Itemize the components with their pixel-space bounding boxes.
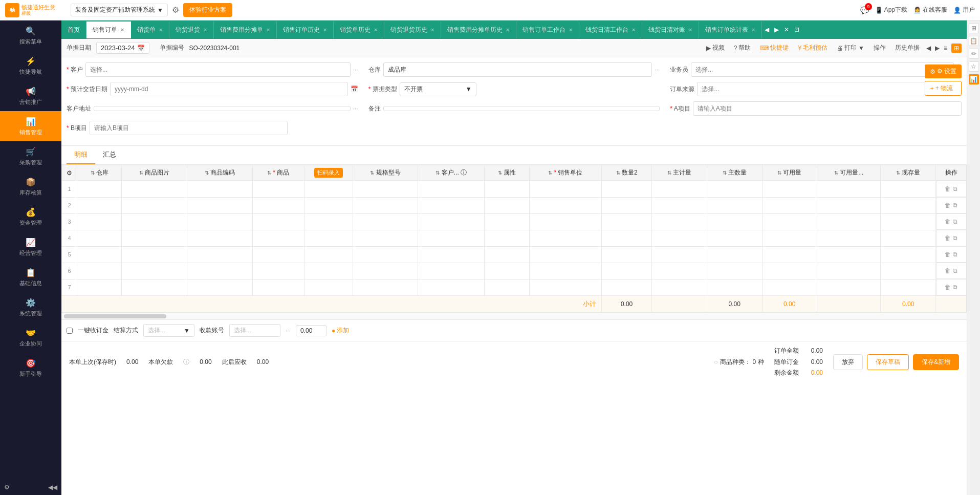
date-field[interactable]: 2023-03-24 📅 [96, 42, 149, 54]
invoice-select[interactable]: 不开票 ▼ [400, 82, 476, 96]
tab-close-icon[interactable]: ✕ [569, 27, 573, 33]
col-product[interactable]: ⇅ * 商品 [252, 165, 304, 181]
scan-button[interactable]: 扫码录入 [314, 168, 343, 178]
remark-input[interactable] [383, 106, 660, 111]
col-qty2[interactable]: ⇅ 数量2 [601, 165, 652, 181]
row-img[interactable] [122, 181, 187, 198]
tab-close-icon[interactable]: ✕ [374, 27, 378, 33]
online-service[interactable]: 👩‍💼 在线客服 [913, 6, 947, 14]
sidebar-item-guide[interactable]: 🎯 新手引导 [0, 353, 61, 383]
sidebar-item-enterprise[interactable]: 🤝 企业协同 [0, 322, 61, 353]
tab-sales-order-history[interactable]: 销售订单历史 ✕ [277, 21, 334, 38]
calendar-icon[interactable]: 📅 [351, 85, 358, 93]
sidebar-item-business[interactable]: 📈 经营管理 [0, 232, 61, 262]
discard-button[interactable]: 放弃 [833, 354, 863, 370]
row-copy-icon[interactable]: ⧉ [953, 234, 957, 242]
app-download[interactable]: 📱 App下载 [875, 6, 907, 14]
col-img[interactable]: ⇅ 商品图片 [122, 165, 187, 181]
add-button[interactable]: ● 添加 [332, 326, 349, 335]
tab-close-icon[interactable]: ✕ [266, 27, 270, 33]
row-spec[interactable] [353, 181, 418, 198]
col-warehouse[interactable]: ⇅ 仓库 [77, 165, 122, 181]
row-copy-icon[interactable]: ⧉ [953, 185, 957, 192]
nav-prev-icon[interactable]: ◀ [926, 45, 931, 52]
col-available2[interactable]: ⇅ 可用量... [817, 165, 881, 181]
sidebar-item-system[interactable]: ⚙️ 系统管理 [0, 292, 61, 322]
row-product[interactable] [252, 181, 304, 198]
action-btn[interactable]: 操作 [871, 42, 888, 53]
save-new-button[interactable]: 保存&新增 [913, 354, 959, 370]
col-customer-code[interactable]: ⇅ 客户... ⓘ [418, 165, 485, 181]
tab-close-icon[interactable]: ✕ [159, 27, 163, 33]
list-view-icon[interactable]: ⊞ [951, 44, 962, 53]
auto-collect-checkbox[interactable] [67, 328, 73, 334]
row-delete-icon[interactable]: 🗑 [945, 267, 951, 274]
delivery-input[interactable] [110, 82, 348, 96]
row-delete-icon[interactable]: 🗑 [945, 185, 951, 192]
sidebar-item-marketing[interactable]: 📢 营销推广 [0, 81, 61, 111]
tab-expense-history[interactable]: 销售费用分摊单历史 ✕ [441, 21, 516, 38]
industry-button[interactable]: 体验行业方案 [183, 3, 232, 17]
col-attr[interactable]: ⇅ 属性 [485, 165, 529, 181]
tab-close-all-icon[interactable]: ✕ [781, 26, 792, 33]
tab-prev-icon[interactable]: ◀ [762, 26, 772, 33]
tab-order-workbench[interactable]: 销售订单工作台 ✕ [516, 21, 579, 38]
account-dots[interactable]: ··· [286, 327, 291, 334]
tab-daily-workbench[interactable]: 钱货日清工作台 ✕ [579, 21, 642, 38]
sidebar-item-finance[interactable]: 💰 资金管理 [0, 202, 61, 232]
row-copy-icon[interactable]: ⧉ [953, 218, 957, 225]
col-current[interactable]: ⇅ 现存量 [881, 165, 936, 181]
project-b-input[interactable] [90, 121, 288, 135]
help-btn[interactable]: ? 帮助 [731, 42, 754, 53]
order-source-input[interactable] [697, 82, 954, 96]
user-menu[interactable]: 👤 用户 [953, 6, 975, 14]
grid-view-icon[interactable]: ≡ [944, 45, 947, 52]
row-delete-icon[interactable]: 🗑 [945, 202, 951, 209]
profit-btn[interactable]: ¥ 毛利预估 [795, 42, 830, 53]
table-scrollbar[interactable] [61, 312, 967, 319]
amount-input[interactable]: 0.00 [296, 325, 326, 336]
panel-btn-4[interactable]: ☆ [969, 61, 979, 72]
col-settings[interactable]: ⚙ [62, 165, 77, 181]
customer-dots[interactable]: ··· [353, 66, 358, 73]
row-delete-icon[interactable]: 🗑 [945, 234, 951, 242]
warehouse-dots[interactable]: ··· [655, 66, 660, 73]
row-customer-code[interactable] [418, 181, 485, 198]
row-warehouse[interactable] [77, 181, 122, 198]
tab-close-icon[interactable]: ✕ [120, 27, 124, 33]
collapse-sidebar-icon[interactable]: ◀◀ [48, 484, 57, 491]
tab-order-stats[interactable]: 销售订单统计表 ✕ [699, 21, 762, 38]
address-dots[interactable]: ··· [353, 105, 358, 112]
logistics-button[interactable]: + + 物流 [925, 81, 962, 96]
row-attr[interactable] [485, 181, 529, 198]
tab-sales-return[interactable]: 销货退货 ✕ [169, 21, 214, 38]
col-available[interactable]: ⇅ 可用量 [762, 165, 817, 181]
view-video-btn[interactable]: ▶ 视频 [704, 42, 727, 53]
staff-input[interactable] [691, 62, 954, 77]
settings-button[interactable]: ⚙ ⚙ 设置 [925, 64, 962, 78]
row-copy-icon[interactable]: ⧉ [953, 284, 957, 291]
warehouse-input[interactable] [383, 62, 652, 77]
detail-tab-detail[interactable]: 明细 [67, 146, 95, 164]
settings-bottom-icon[interactable]: ⚙ [4, 484, 10, 491]
sidebar-item-quick-nav[interactable]: ⚡ 快捷导航 [0, 51, 61, 81]
gear-icon[interactable]: ⚙ [172, 5, 179, 15]
tab-sales-delivery[interactable]: 销货单 ✕ [131, 21, 169, 38]
sidebar-item-search[interactable]: 🔍 搜索菜单 [0, 20, 61, 51]
tab-expand-icon[interactable]: ⊡ [792, 26, 802, 33]
tab-close-icon[interactable]: ✕ [323, 27, 327, 33]
row-copy-icon[interactable]: ⧉ [953, 251, 957, 258]
shortcut-btn[interactable]: ⌨ 快捷键 [757, 42, 791, 53]
col-unit[interactable]: ⇅ * 销售单位 [529, 165, 601, 181]
row-code[interactable] [187, 181, 253, 198]
tab-close-icon[interactable]: ✕ [751, 27, 755, 33]
save-draft-button[interactable]: 保存草稿 [867, 354, 909, 370]
row-main-unit[interactable] [652, 181, 707, 198]
col-scan[interactable]: 扫码录入 [304, 165, 353, 181]
row-qty2[interactable] [601, 181, 652, 198]
row-copy-icon[interactable]: ⧉ [953, 202, 957, 209]
tab-sales-return-history[interactable]: 销货退货历史 ✕ [384, 21, 441, 38]
row-copy-icon[interactable]: ⧉ [953, 267, 957, 274]
panel-btn-1[interactable]: ⊞ [969, 23, 979, 33]
payment-select[interactable]: 选择... ▼ [143, 324, 194, 337]
